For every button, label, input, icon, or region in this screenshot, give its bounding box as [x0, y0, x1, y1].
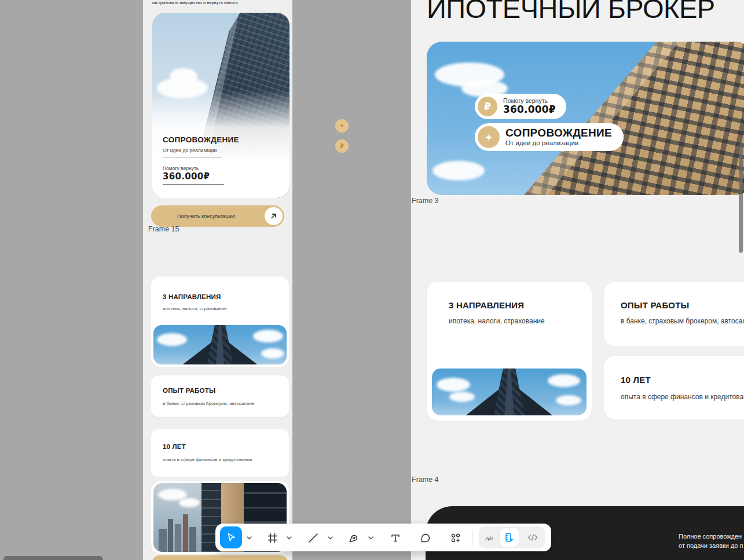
desktop-hero-image[interactable]: ₽ Помогу вернуть 360.000₽ ✦ СОПРОВОЖДЕНИ… [427, 42, 744, 195]
desktop-design-frame[interactable]: ИПОТЕЧНЫЙ БРОКЕР ₽ Помогу вернуть 360.00… [411, 0, 744, 560]
mode-toggle-group [479, 526, 545, 548]
frame-tool-button[interactable] [266, 532, 279, 544]
consultation-button-label: Получить консультацию [151, 205, 261, 227]
vertical-scrollbar-thumb[interactable] [739, 143, 743, 253]
draw-tool-button[interactable] [482, 530, 497, 545]
card-subtitle: в банке, страховым брокером, автосалоне [621, 317, 744, 325]
card-subtitle: опыта в сфере финансов и кредитования [163, 457, 252, 462]
frame-label-3[interactable]: Frame 3 [412, 197, 439, 205]
actions-icon [450, 532, 461, 544]
move-tool-chevron[interactable] [246, 536, 252, 540]
mobile-card-years[interactable]: 10 ЛЕТ опыта в сфере финансов и кредитов… [151, 429, 289, 477]
arrow-circle [265, 207, 283, 225]
pen-tool-button[interactable] [347, 532, 360, 544]
dark-text-line1: Полное сопровожден [679, 532, 743, 541]
figma-canvas[interactable]: застраховать имущество и вернуть налоги … [0, 0, 744, 560]
mobile-card-directions[interactable]: 3 НАПРАВЛЕНИЯ ипотека, налоги, страхован… [151, 277, 289, 367]
card-subtitle: в банке, страховым брокером, автосалоне [163, 401, 254, 406]
card-subtitle: опыта в сфере финансов и кредитования [621, 393, 744, 401]
line-tool-chevron[interactable] [327, 536, 333, 540]
comment-icon [420, 532, 431, 544]
mobile-design-frame[interactable]: застраховать имущество и вернуть налоги … [143, 0, 292, 560]
hero-subheading: От идеи до реализации [163, 148, 217, 153]
text-icon [390, 532, 401, 544]
card-title: 10 ЛЕТ [163, 443, 186, 450]
text-tool-button[interactable] [389, 532, 402, 544]
measure-ruler-icon [504, 532, 515, 543]
card-subtitle: ипотека, налоги, страхование [163, 306, 226, 311]
arrow-up-right-icon [270, 212, 277, 220]
refund-badge[interactable]: ₽ Помогу вернуть 360.000₽ [475, 94, 566, 119]
pen-icon [348, 532, 360, 544]
frame-icon [267, 532, 278, 544]
frame-tool-chevron[interactable] [286, 536, 292, 540]
page-title: ИПОТЕЧНЫЙ БРОКЕР [427, 0, 715, 24]
ruble-icon[interactable]: ₽ [335, 139, 349, 153]
underline [163, 184, 224, 185]
refund-label: Помогу вернуть [163, 165, 199, 171]
support-badge[interactable]: ✦ СОПРОВОЖДЕНИЕ От идеи до реализации [475, 123, 624, 151]
underline [163, 157, 222, 157]
code-tool-button[interactable] [525, 530, 540, 545]
sparkle-icon: ✦ [478, 126, 500, 148]
card-title: 10 ЛЕТ [621, 375, 651, 385]
badge-heading: СОПРОВОЖДЕНИЕ [505, 127, 612, 139]
mobile-gold-button-partial[interactable] [152, 555, 288, 560]
desktop-card-directions[interactable]: 3 НАПРАВЛЕНИЯ ипотека, налоги, страхован… [427, 282, 592, 421]
desktop-card-experience[interactable]: ОПЫТ РАБОТЫ в банке, страховым брокером,… [604, 282, 744, 347]
mobile-top-caption: застраховать имущество и вернуть налоги [152, 0, 238, 5]
mobile-hero-image[interactable]: СОПРОВОЖДЕНИЕ От идеи до реализации Помо… [152, 13, 289, 198]
badge-subheading: От идеи до реализации [505, 139, 612, 147]
card-title: ОПЫТ РАБОТЫ [621, 300, 689, 310]
ruble-icon: ₽ [478, 97, 497, 116]
hero-heading: СОПРОВОЖДЕНИЕ [163, 135, 239, 144]
move-cursor-icon [225, 532, 237, 543]
tower-photo [432, 369, 587, 415]
dark-section-text: Полное сопровожден от подачи заявки до п [679, 532, 743, 550]
desktop-card-years[interactable]: 10 ЛЕТ опыта в сфере финансов и кредитов… [604, 356, 744, 419]
consultation-button[interactable]: Получить консультацию [151, 205, 284, 227]
frame-label-15[interactable]: Frame 15 [148, 225, 179, 233]
comment-tool-button[interactable] [419, 532, 432, 544]
toolbar-divider [472, 529, 473, 546]
figma-toolbar [215, 524, 551, 551]
draw-squiggle-icon [483, 532, 495, 543]
measure-tool-button[interactable] [500, 528, 519, 547]
actions-tool-button[interactable] [449, 532, 462, 544]
card-subtitle: ипотека, налоги, страхование [449, 317, 545, 325]
card-title: 3 НАПРАВЛЕНИЯ [163, 293, 221, 300]
line-icon [307, 532, 319, 544]
mobile-card-experience[interactable]: ОПЫТ РАБОТЫ в банке, страховым брокером,… [151, 375, 289, 417]
line-tool-button[interactable] [307, 532, 320, 544]
card-title: 3 НАПРАВЛЕНИЯ [449, 300, 524, 310]
tower-photo [153, 325, 287, 364]
frame-label-4[interactable]: Frame 4 [412, 476, 439, 484]
card-title: ОПЫТ РАБОТЫ [163, 387, 215, 394]
refund-amount: 360.000₽ [163, 171, 210, 182]
horizontal-scrollbar-thumb[interactable] [3, 556, 103, 560]
code-icon [527, 532, 538, 543]
dark-text-line2: от подачи заявки до п [679, 541, 743, 551]
pen-tool-chevron[interactable] [368, 536, 373, 540]
move-tool-button[interactable] [220, 526, 242, 548]
refund-amount: 360.000₽ [503, 104, 556, 116]
sparkle-icon[interactable]: ✦ [335, 119, 349, 132]
